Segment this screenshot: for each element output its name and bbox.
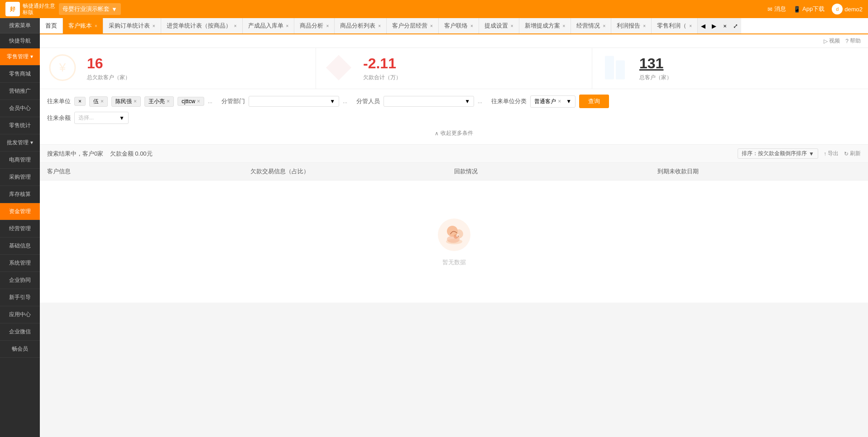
stats-row: ¥ 16 总欠款客户（家） -2.11	[40, 48, 868, 89]
unit-class-tag-close[interactable]: ×	[558, 98, 561, 104]
tag-close-chen[interactable]: ×	[134, 98, 137, 104]
unit-class-tag: 普通客户 ×	[534, 98, 561, 105]
sidebar-item-retail-mall[interactable]: 零售商城	[0, 66, 40, 83]
help-icon: ?	[845, 38, 849, 44]
sidebar-item-wholesale-mgmt[interactable]: 批发管理 ▾	[0, 134, 40, 152]
table-col-repayment: 回款情况	[454, 167, 657, 176]
tab-promotion-settings[interactable]: 提成设置 ×	[479, 18, 519, 34]
collapse-btn[interactable]: ∧ 收起更多条件	[47, 128, 861, 139]
results-summary: 搜索结果中，客户0家 欠款金额 0.00元	[47, 150, 153, 158]
avatar: d	[832, 4, 843, 14]
close-icon-9[interactable]: ×	[511, 24, 513, 28]
filter-tag-chen: 陈民强 ×	[111, 96, 141, 107]
stat-card-debit-total: -2.11 欠款合计（万）	[316, 48, 592, 89]
collapse-icon: ∧	[435, 130, 439, 137]
close-icon[interactable]: ×	[95, 24, 97, 28]
close-icon-4[interactable]: ×	[286, 24, 289, 28]
tag-close-wu[interactable]: ×	[101, 98, 104, 104]
svg-point-12	[457, 236, 459, 237]
more-tags-btn[interactable]: ...	[208, 98, 212, 104]
query-button[interactable]: 查询	[579, 95, 609, 108]
chevron-icon: ▾	[30, 53, 33, 60]
sidebar-search[interactable]: 搜索菜单	[0, 18, 40, 33]
sort-selector[interactable]: 排序：按欠款金额倒序排序 ▼	[738, 148, 818, 159]
tag-close-cjttcw[interactable]: ×	[197, 98, 200, 104]
tab-profit-report[interactable]: 利润报告 ×	[611, 18, 652, 34]
video-icon: ▷	[824, 38, 828, 44]
sidebar-item-sys-mgmt[interactable]: 系统管理	[0, 255, 40, 272]
tab-product-analysis[interactable]: 商品分析 ×	[294, 18, 335, 34]
top-bar: 好 畅捷通好生意 标版 母婴行业演示帐套 ▼ ✉ 消息 📱 App下载 d de…	[0, 0, 868, 18]
balance-label: 往来余额	[47, 114, 71, 122]
svg-marker-2	[326, 55, 351, 81]
page-content: ▷ 视频 ? 帮助 ¥	[40, 34, 868, 437]
empty-text: 暂无数据	[442, 258, 466, 266]
tab-prev-btn[interactable]: ◀	[698, 18, 709, 34]
tab-stock-stats[interactable]: 进货单统计表（按商品） ×	[161, 18, 243, 34]
sidebar-item-member-center[interactable]: 会员中心	[0, 100, 40, 117]
sidebar-item-inventory[interactable]: 库存核算	[0, 186, 40, 203]
svg-text:¥: ¥	[59, 61, 66, 74]
close-icon-8[interactable]: ×	[470, 24, 473, 28]
tab-retail-profit[interactable]: 零售利润（ ×	[652, 18, 698, 34]
unit-class-label: 往来单位分类	[491, 97, 527, 105]
tab-operations-status[interactable]: 经营情况 ×	[571, 18, 611, 34]
empty-state: 暂无数据	[40, 180, 868, 303]
video-link[interactable]: ▷ 视频	[824, 37, 840, 45]
sidebar-item-marketing[interactable]: 营销推广	[0, 83, 40, 100]
sidebar-item-new-guide[interactable]: 新手引导	[0, 289, 40, 306]
sidebar-item-app-center[interactable]: 应用中心	[0, 306, 40, 323]
sidebar-item-purchase[interactable]: 采购管理	[0, 169, 40, 186]
sidebar-item-vip-member[interactable]: 畅会员	[0, 341, 40, 358]
sidebar-item-corp-coop[interactable]: 企业协同	[0, 272, 40, 289]
close-icon-2[interactable]: ×	[153, 24, 155, 28]
content-area: 首页 客户账本 × 采购订单统计表 × 进货单统计表（按商品） × 产成品入库单…	[40, 18, 868, 437]
close-icon-11[interactable]: ×	[603, 24, 605, 28]
user-avatar[interactable]: d demo2	[832, 4, 863, 14]
unit-class-selector[interactable]: 普通客户 × ▼	[530, 95, 575, 108]
tab-customer-contact[interactable]: 客户联络 ×	[439, 18, 479, 34]
app-download-btn[interactable]: 📱 App下载	[793, 5, 825, 13]
tab-close-all-btn[interactable]: ×	[719, 18, 730, 34]
tab-next-btn[interactable]: ▶	[709, 18, 719, 34]
tab-home[interactable]: 首页	[40, 18, 63, 34]
balance-selector[interactable]: 选择... ▼	[74, 112, 129, 124]
message-icon: ✉	[767, 6, 772, 13]
stat-card-debit-customers: ¥ 16 总欠款客户（家）	[40, 48, 316, 89]
tab-product-in[interactable]: 产成品入库单 ×	[243, 18, 295, 34]
tab-new-promotion[interactable]: 新增提成方案 ×	[519, 18, 571, 34]
sidebar-item-retail-stats[interactable]: 零售统计	[0, 117, 40, 134]
close-icon-10[interactable]: ×	[563, 24, 566, 28]
sidebar-item-ecommerce[interactable]: 电商管理	[0, 152, 40, 169]
close-icon-5[interactable]: ×	[326, 24, 329, 28]
sidebar-item-operations[interactable]: 经营管理	[0, 220, 40, 238]
close-icon-7[interactable]: ×	[430, 24, 433, 28]
tab-customer-accounts[interactable]: 客户账本 ×	[63, 18, 103, 34]
store-selector[interactable]: 母婴行业演示帐套 ▼	[59, 3, 121, 15]
manager-selector[interactable]: ▼	[384, 96, 474, 107]
more-manager-btn[interactable]: ...	[478, 98, 482, 104]
results-bar: 搜索结果中，客户0家 欠款金额 0.00元 排序：按欠款金额倒序排序 ▼ ↑ 导…	[40, 145, 868, 163]
tag-close-wang[interactable]: ×	[167, 98, 170, 104]
close-icon-3[interactable]: ×	[234, 24, 237, 28]
sidebar-item-finance[interactable]: 资金管理	[0, 203, 40, 220]
sidebar-item-corp-wechat[interactable]: 企业微信	[0, 323, 40, 341]
export-btn[interactable]: ↑ 导出	[824, 150, 839, 157]
tab-purchase-order-stats[interactable]: 采购订单统计表 ×	[103, 18, 161, 34]
refresh-btn[interactable]: ↻ 刷新	[844, 150, 861, 157]
dept-selector[interactable]: ▼	[249, 96, 339, 107]
close-icon-12[interactable]: ×	[643, 24, 646, 28]
tab-expand-btn[interactable]: ⤢	[730, 18, 741, 34]
tab-customer-segment[interactable]: 客户分层经营 ×	[387, 18, 439, 34]
close-icon-13[interactable]: ×	[689, 24, 692, 28]
dept-label: 分管部门	[221, 97, 245, 105]
sidebar-item-basic-info[interactable]: 基础信息	[0, 238, 40, 255]
main-layout: 搜索菜单 快捷导航 零售管理 ▾ 零售商城 营销推广 会员中心 零售统计 批发管…	[0, 18, 868, 437]
tab-product-analysis-list[interactable]: 商品分析列表 ×	[335, 18, 387, 34]
message-btn[interactable]: ✉ 消息	[767, 5, 786, 13]
help-link[interactable]: ? 帮助	[845, 37, 861, 45]
top-bar-right: ✉ 消息 📱 App下载 d demo2	[767, 4, 863, 14]
more-dept-btn[interactable]: ...	[343, 98, 347, 104]
sidebar-item-retail-mgmt[interactable]: 零售管理 ▾	[0, 48, 40, 66]
close-icon-6[interactable]: ×	[378, 24, 381, 28]
